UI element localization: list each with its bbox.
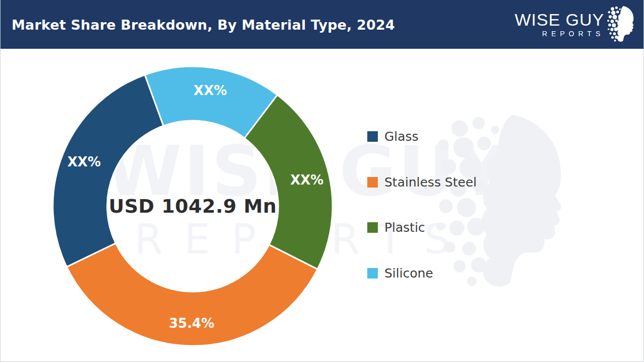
report-graphic: Market Share Breakdown, By Material Type… bbox=[0, 0, 644, 362]
logo-wordmark-line2: REPORTS bbox=[515, 30, 604, 37]
logo-wordmark: WISE GUY REPORTS bbox=[515, 11, 604, 37]
logo-wordmark-line1: WISE GUY bbox=[515, 11, 604, 28]
legend-item-stainless-steel[interactable]: Stainless Steel bbox=[367, 175, 476, 190]
legend-label: Stainless Steel bbox=[384, 175, 476, 190]
donut-center-value: USD 1042.9 Mn bbox=[109, 195, 277, 217]
legend-swatch bbox=[367, 268, 378, 279]
legend-swatch bbox=[367, 222, 378, 233]
legend: Glass Stainless Steel Plastic Silicone bbox=[367, 130, 476, 280]
legend-item-glass[interactable]: Glass bbox=[367, 130, 476, 144]
slice-label-stainless-steel: 35.4% bbox=[169, 316, 214, 331]
legend-label: Silicone bbox=[384, 266, 433, 281]
slice-glass[interactable] bbox=[53, 75, 164, 267]
legend-swatch bbox=[367, 177, 378, 188]
logo-face-icon bbox=[606, 3, 637, 45]
slice-label-glass: XX% bbox=[67, 154, 101, 169]
legend-label: Glass bbox=[384, 130, 419, 144]
legend-label: Plastic bbox=[384, 221, 425, 235]
wise-guy-logo: WISE GUY REPORTS bbox=[515, 3, 637, 46]
legend-item-plastic[interactable]: Plastic bbox=[367, 221, 476, 235]
page-title: Market Share Breakdown, By Material Type… bbox=[12, 17, 395, 32]
slice-label-plastic: XX% bbox=[290, 172, 324, 188]
legend-swatch bbox=[367, 131, 378, 142]
legend-item-silicone[interactable]: Silicone bbox=[367, 266, 476, 281]
slice-label-silicone: XX% bbox=[194, 83, 227, 98]
header-bar: Market Share Breakdown, By Material Type… bbox=[1, 0, 643, 49]
